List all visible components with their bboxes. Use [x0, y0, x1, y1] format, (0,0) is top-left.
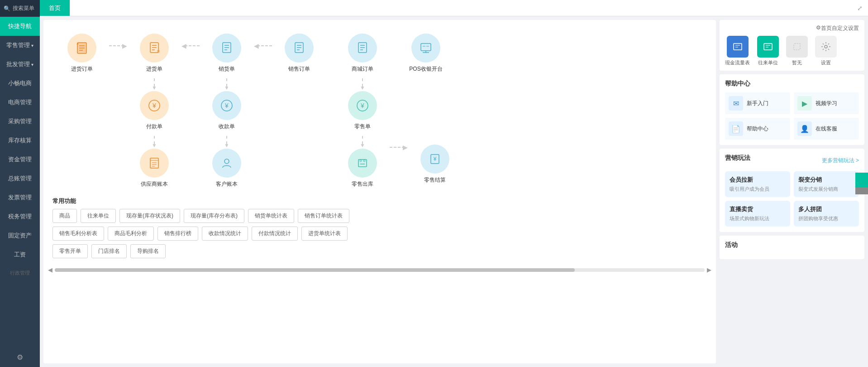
marketing-item-member[interactable]: 会员拉新 吸引用户成为会员 [725, 171, 790, 197]
mall-order-label: 商城订单 [352, 65, 373, 73]
func-btn-retail-order[interactable]: 零售开单 [52, 244, 88, 258]
func-btn-order-stat[interactable]: 销售订单统计表 [298, 209, 349, 223]
sidebar-item-invoice[interactable]: 发票管理 [0, 188, 40, 207]
scrollbar-track[interactable] [55, 268, 705, 272]
tab-expand-icon[interactable]: ⤢ [852, 5, 868, 12]
sidebar-item-wholesale-label: 批发管理 [6, 60, 30, 68]
retail-outstock-icon[interactable] [348, 149, 377, 178]
purchase-order-icon[interactable] [67, 34, 96, 63]
tab-home[interactable]: 首页 [40, 0, 70, 16]
fission-title: 裂变分销 [798, 176, 854, 184]
func-row-2: 销售毛利分析表 商品毛利分析 销售排行榜 收款情况统计 付款情况统计 进货单统计… [52, 227, 707, 241]
func-btn-sales-rank[interactable]: 销售排行榜 [157, 227, 198, 241]
sidebar-item-salary[interactable]: 工资 [0, 245, 40, 264]
sidebar-settings[interactable]: ⚙ [0, 348, 40, 367]
mall-order-icon[interactable] [348, 34, 377, 63]
service-icon: 👤 [797, 121, 812, 136]
sidebar-item-admin-label: 行政管理 [10, 270, 30, 276]
qa-settings[interactable]: 设置 [815, 36, 837, 66]
content-area: 进货订单 ▶ [40, 16, 868, 367]
func-btn-recv-stat[interactable]: 收款情况统计 [202, 227, 248, 241]
homepage-settings[interactable]: ⚙ 首页自定义设置 [725, 24, 859, 32]
help-icon-doc: 📄 [729, 121, 743, 136]
sidebar-item-ecommerce-small[interactable]: 小畅电商 [0, 74, 40, 93]
scroll-left-icon[interactable]: ◀ [48, 266, 52, 273]
retail-slip-icon[interactable]: ¥ [348, 91, 377, 120]
flow-diagram: 进货订单 ▶ [48, 24, 711, 193]
arrow-outstock-to-settlement: ▶ [390, 144, 408, 151]
func-btn-goods[interactable]: 商品 [52, 209, 77, 223]
retail-settlement-icon[interactable]: ¥ [420, 145, 449, 174]
sales-order-icon[interactable] [285, 34, 314, 63]
marketing-item-fission[interactable]: 裂变分销 裂变式发展分销商 [794, 171, 859, 197]
gear-icon: ⚙ [17, 353, 23, 361]
sales-order-label: 销售订单 [288, 65, 310, 73]
help-item-beginner[interactable]: ✉ 新手入门 [725, 92, 790, 114]
sidebar-search[interactable]: 🔍 搜索菜单 [0, 0, 40, 17]
common-functions-title: 常用功能 [52, 197, 707, 205]
payment-out-icon[interactable]: ¥ [140, 91, 169, 120]
help-item-service[interactable]: 👤 在线客服 [794, 118, 859, 140]
supplier-account-label: 供应商账本 [141, 180, 168, 188]
help-item-help[interactable]: 📄 帮助中心 [725, 118, 790, 140]
sidebar-item-inventory[interactable]: 库存核算 [0, 131, 40, 150]
marketing-item-live[interactable]: 直播卖货 场景式购物新玩法 [725, 201, 790, 227]
sidebar-item-wholesale[interactable]: 批发管理 ▾ [0, 55, 40, 74]
help-label: 帮助中心 [747, 125, 768, 133]
node-pos[interactable]: POS收银开台 [399, 34, 453, 73]
sidebar-item-ecommerce-small-label: 小畅电商 [8, 79, 32, 87]
help-item-video[interactable]: ▶ 视频学习 [794, 92, 859, 114]
func-btn-stock2[interactable]: 现存量(库存分布表) [184, 209, 244, 223]
node-sales-order[interactable]: 销售订单 [272, 34, 326, 73]
payment-in-label: 收款单 [219, 123, 235, 130]
marketing-item-group[interactable]: 多人拼团 拼团购物享受优惠 [794, 201, 859, 227]
supplier-account-icon[interactable] [140, 149, 169, 178]
v-arrow-retail-to-outstock: ▼ [360, 135, 365, 149]
float-btn-community[interactable]: 服务社区 [855, 180, 868, 187]
sidebar-item-admin[interactable]: 行政管理 [0, 264, 40, 282]
sidebar-item-purchase[interactable]: 采购管理 [0, 112, 40, 131]
scroll-right-icon[interactable]: ▶ [707, 266, 711, 273]
v-arrow-mall-to-retail: ▼ [360, 77, 365, 91]
qa-contacts[interactable]: 往来单位 [757, 36, 779, 66]
customer-account-icon[interactable] [212, 149, 241, 178]
search-icon: 🔍 [4, 5, 10, 12]
beginner-label: 新手入门 [747, 100, 768, 107]
group-title: 多人拼团 [798, 205, 854, 213]
sidebar-item-finance[interactable]: 资金管理 [0, 150, 40, 169]
payment-in-icon[interactable]: ¥ [212, 91, 241, 120]
func-btn-contacts[interactable]: 往来单位 [81, 209, 116, 223]
fission-desc: 裂变式发展分销商 [798, 186, 854, 193]
live-title: 直播卖货 [730, 205, 786, 213]
arrow-po-to-ps: ▶ [109, 42, 127, 49]
qa-cashflow[interactable]: 现金流量表 [725, 36, 750, 66]
node-mall-order[interactable]: 商城订单 [335, 34, 390, 73]
sidebar-item-ecommerce[interactable]: 电商管理 [0, 93, 40, 112]
sidebar-item-ledger[interactable]: 总账管理 [0, 169, 40, 188]
func-btn-purchase-stat[interactable]: 进货单统计表 [301, 227, 348, 241]
left-panel: 进货订单 ▶ [43, 20, 716, 363]
func-btn-sales-stat[interactable]: 销货单统计表 [248, 209, 294, 223]
node-sales-slip[interactable]: 销货单 [200, 34, 254, 73]
marketing-more[interactable]: 更多营销玩法 > [822, 157, 859, 164]
sidebar-item-retail-label: 零售管理 [6, 41, 30, 49]
purchase-order-label: 进货订单 [71, 65, 93, 73]
func-btn-guide-rank[interactable]: 导购排名 [130, 244, 166, 258]
sidebar-item-assets[interactable]: 固定资产 [0, 226, 40, 245]
sales-slip-icon[interactable] [212, 34, 241, 63]
sidebar-item-tax[interactable]: 税务管理 [0, 207, 40, 226]
float-btn-hotline[interactable]: 客服热线 [855, 173, 868, 180]
sidebar-quicknav[interactable]: 快捷导航 [0, 17, 40, 36]
func-btn-gross-analysis[interactable]: 销售毛利分析表 [52, 227, 104, 241]
func-btn-stock1[interactable]: 现存量(库存状况表) [119, 209, 180, 223]
pos-icon[interactable] [411, 34, 440, 63]
func-btn-pay-stat[interactable]: 付款情况统计 [252, 227, 298, 241]
purchase-slip-icon[interactable] [140, 34, 169, 63]
node-purchase-slip[interactable]: 进货单 [127, 34, 181, 73]
func-btn-store-rank[interactable]: 门店排名 [91, 244, 127, 258]
sidebar-item-retail[interactable]: 零售管理 ▾ [0, 36, 40, 55]
marketing-grid: 会员拉新 吸引用户成为会员 裂变分销 裂变式发展分销商 直播卖货 场景式购物新玩… [725, 171, 859, 227]
node-purchase-order[interactable]: 进货订单 [55, 34, 109, 73]
float-btn-desktop[interactable]: 桌面快捷 [855, 187, 868, 194]
func-btn-goods-gross[interactable]: 商品毛利分析 [108, 227, 154, 241]
